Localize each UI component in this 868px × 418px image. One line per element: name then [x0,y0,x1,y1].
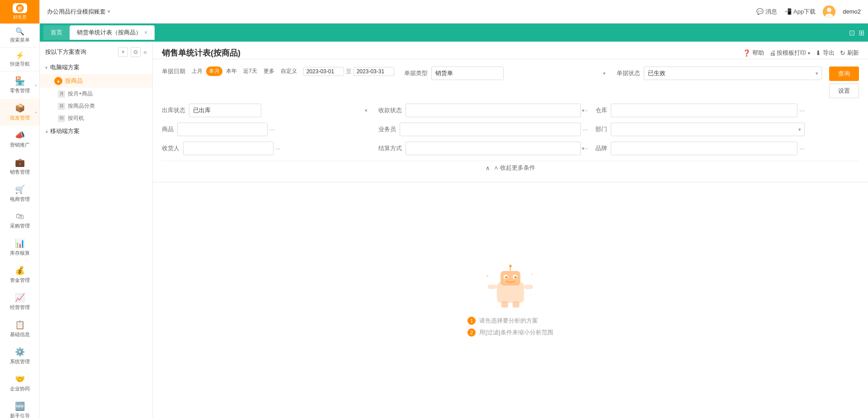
print-btn[interactable]: 🖨 按模板打印 ▾ [769,47,810,59]
date-to-input[interactable] [354,67,394,76]
sidebar-item-operations[interactable]: 📈 经营管理 [0,288,39,315]
out-status-input[interactable] [189,104,261,117]
tab-close-icon[interactable]: × [144,30,147,35]
doc-type-input[interactable] [431,66,504,80]
page-content: 按以下方案查询 + ⊙ « ▾ 电脑端方案 ● 按商品 月 [40,42,868,418]
sidebar-item-wholesale[interactable]: 📦 批发管理 ▸ [0,99,39,126]
collapse-icon: ∧ [486,165,490,171]
brand-input[interactable] [611,142,798,155]
date-btn-this-month[interactable]: 本月 [206,66,222,76]
brand-filter-label: 品牌 [595,144,607,152]
sidebar-item-inventory[interactable]: 📊 库存核算 [0,234,39,261]
salesperson-filter-control: ··· [400,123,588,136]
date-btn-last-month[interactable]: 上月 [189,66,205,76]
export-btn[interactable]: ⬇ 导出 [816,47,835,59]
sidebar-item-sales[interactable]: 💼 销售管理 [0,153,39,180]
quick-nav-btn[interactable]: ⚡ 快捷导航 [0,48,39,71]
payment-method-input[interactable] [406,142,581,155]
salesperson-input[interactable] [400,123,581,136]
date-btn-7days[interactable]: 近7天 [241,66,260,76]
scheme-panel-actions: + ⊙ « [118,47,147,57]
query-button[interactable]: 查询 [829,66,859,81]
salesperson-more-icon[interactable]: ··· [583,126,588,133]
svg-text:好: 好 [17,6,23,11]
warehouse-input[interactable] [611,104,798,117]
empty-tips-list: 1 请先选择要分析的方案 2 用[过滤]条件来缩小分析范围 [467,317,553,337]
collapse-more-text: ∧ ∧ 收起更多条件 [486,164,536,172]
scheme-item-icon: ● [54,77,62,85]
svg-rect-13 [488,285,497,289]
tab-maximize-icon[interactable]: ⊞ [859,28,864,37]
tab-report[interactable]: 销货单统计表（按商品） × [70,25,155,40]
avatar[interactable] [823,5,835,18]
svg-text:✦: ✦ [528,293,531,296]
scheme-sub-icon-driver: 印 [58,115,65,122]
sidebar-item-system[interactable]: ⚙️ 系统管理 [0,342,39,370]
svg-point-12 [509,265,512,267]
app-logo[interactable]: 好 好生意 [0,0,39,24]
sidebar-item-guide[interactable]: 🆕 新手引导 [0,397,39,418]
workspace-arrow-icon: ▾ [108,9,110,14]
tab-home[interactable]: 首页 [43,25,70,40]
message-btn[interactable]: 💬 消息 [756,8,777,16]
product-input[interactable] [177,123,268,136]
payment-method-more-icon[interactable]: ··· [583,145,588,152]
sidebar-item-retail[interactable]: 🏪 零售管理 ▸ [0,71,39,99]
receiver-more-icon[interactable]: ··· [275,145,281,152]
help-icon: ❓ [743,49,750,57]
brand-more-icon[interactable]: ··· [799,145,805,152]
date-from-input[interactable] [303,67,344,76]
refresh-icon: ↻ [840,49,845,57]
sidebar-item-marketing[interactable]: 📣 营销推广 [0,126,39,153]
desktop-section-arrow-icon: ▾ [45,65,47,70]
sidebar-item-enterprise[interactable]: 🤝 企业协同 [0,370,39,397]
product-more-icon[interactable]: ··· [269,126,275,133]
filter-area: 单据日期 上月 本月 本年 近7天 更多 自定义 至 [153,59,868,182]
sidebar-item-ecommerce[interactable]: 🛒 电商管理 [0,180,39,207]
workspace-selector[interactable]: 办公用品行业模拟账套 ▾ [47,8,110,16]
desktop-section-header[interactable]: ▾ 电脑端方案 [40,61,152,74]
settings-button[interactable]: 设置 [829,84,859,98]
date-btn-custom[interactable]: 自定义 [278,66,300,76]
sidebar-navigation: 🏪 零售管理 ▸ 📦 批发管理 ▸ 📣 营销推广 💼 销售管理 🛒 电商管理 🛍… [0,71,39,418]
scheme-panel-title: 按以下方案查询 [45,48,86,56]
receiver-input[interactable] [183,142,274,155]
svg-text:✦: ✦ [486,274,489,279]
sidebar-item-basic[interactable]: 📋 基础信息 [0,315,39,342]
department-filter-label: 部门 [595,125,607,133]
sidebar-item-purchase[interactable]: 🛍 采购管理 [0,207,39,234]
add-scheme-btn[interactable]: + [118,47,128,57]
product-filter-label: 商品 [162,125,174,133]
date-btn-this-year[interactable]: 本年 [223,66,240,76]
help-btn[interactable]: ❓ 帮助 [743,47,764,59]
tab-bar: 首页 销货单统计表（按商品） × ⊡ ⊞ [40,24,868,42]
svg-point-10 [514,276,516,278]
scheme-sub-icon-category: 目 [58,103,65,110]
username-label[interactable]: demo2 [843,8,861,15]
collapse-more-btn[interactable]: ∧ ∧ 收起更多条件 [162,161,859,175]
sidebar-item-finance[interactable]: 💰 资金管理 [0,261,39,288]
scheme-sub-by-month-product[interactable]: 月 按月+商品 [40,88,152,100]
desktop-scheme-section: ▾ 电脑端方案 ● 按商品 月 按月+商品 目 按商品分类 印 按司 [40,61,152,124]
mobile-section-header[interactable]: ▸ 移动端方案 [40,124,152,138]
receipt-status-filter-control: ▾ ··· [406,104,588,117]
out-status-filter-label: 出库状态 [162,106,185,114]
department-input[interactable] [611,123,805,136]
scheme-sub-by-category[interactable]: 目 按商品分类 [40,100,152,112]
scheme-item-by-product[interactable]: ● 按商品 [40,74,152,88]
receipt-status-more-icon[interactable]: ··· [583,107,588,114]
date-btn-more[interactable]: 更多 [261,66,277,76]
search-menu-btn[interactable]: 🔍 搜索菜单 [0,24,39,48]
svg-rect-6 [500,271,520,285]
warehouse-more-icon[interactable]: ··· [799,107,805,114]
edit-scheme-btn[interactable]: ⊙ [131,47,141,57]
receipt-status-input[interactable] [406,104,581,117]
collapse-panel-btn[interactable]: « [143,48,147,56]
tab-minimize-icon[interactable]: ⊡ [849,28,855,37]
receipt-status-filter-label: 收款状态 [378,106,402,114]
doc-status-input[interactable] [644,66,822,80]
scheme-sub-by-driver[interactable]: 印 按司机 [40,112,152,124]
refresh-btn[interactable]: ↻ 刷新 [840,47,859,59]
page-header-actions: ❓ 帮助 🖨 按模板打印 ▾ ⬇ 导出 ↻ [743,47,859,59]
app-download-btn[interactable]: 📲 App下载 [784,8,816,16]
